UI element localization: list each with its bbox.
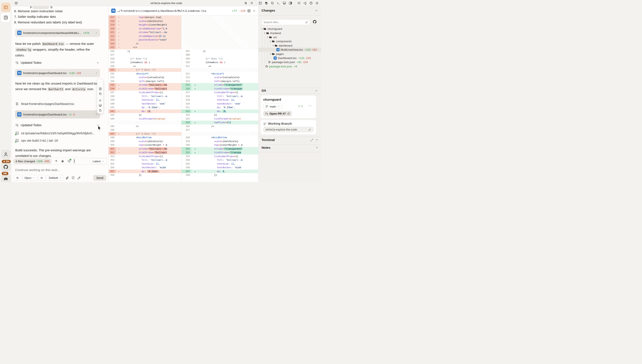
composer-input[interactable] xyxy=(15,168,105,172)
panel-left-icon[interactable] xyxy=(259,1,262,5)
branch-selector[interactable]: main xyxy=(263,104,282,109)
file-change-chip[interactable]: TSfrontend/src/components/dashboard/Mult… xyxy=(15,29,100,37)
caret-right-icon[interactable] xyxy=(316,138,318,141)
diff-marker: - xyxy=(118,87,120,91)
tree-folder-churnguard[interactable]: churnguard xyxy=(259,27,321,31)
terminal-header[interactable]: Terminal xyxy=(262,138,275,142)
code-line: {showAxis && ( xyxy=(116,60,181,64)
zed-icon[interactable] xyxy=(247,9,251,13)
changes-header[interactable]: Changes xyxy=(262,8,275,12)
repo-name: churnguard xyxy=(263,98,281,101)
line-number: 331 xyxy=(181,147,191,151)
diff-row: 318 fill: 'hsl(var(--m xyxy=(181,94,258,98)
updated-todos-row[interactable]: Updated Todos xyxy=(15,124,99,127)
zed-icon[interactable] xyxy=(99,87,102,90)
line-number: 320 xyxy=(181,102,191,106)
working-branch-field[interactable]: vk/4e2a-explore-the-code xyxy=(263,127,313,132)
tree-folder-dashboard[interactable]: dashboard xyxy=(259,44,321,48)
rail-item-workspace-board[interactable] xyxy=(1,13,11,22)
expand-icon[interactable] xyxy=(310,139,313,142)
rail-item-github[interactable] xyxy=(1,162,11,172)
tree-file-MultiLineArea.tsx[interactable]: TSMultiLineArea.tsx+110 -162 xyxy=(259,48,321,52)
open-pr-button[interactable]: Open PR #7 xyxy=(263,111,292,116)
chevrons-up-icon[interactable] xyxy=(250,1,254,5)
code-line xyxy=(116,128,181,132)
tree-file-package-lock.json[interactable]: package-lock.json+61 -104 xyxy=(259,60,321,64)
github-icon[interactable] xyxy=(313,20,317,24)
read-file-row[interactable]: Read frontend/src/pages/Dashboard.tsx xyxy=(15,102,74,106)
code-line: {/* Y Axis */} xyxy=(116,68,181,72)
chevron-down-icon[interactable] xyxy=(315,89,318,92)
cat-icon[interactable] xyxy=(71,176,76,180)
pen-icon[interactable] xyxy=(77,176,81,180)
tree-folder-components[interactable]: components xyxy=(259,39,321,43)
fast-forward-icon[interactable] xyxy=(38,175,46,181)
sliders-icon[interactable] xyxy=(14,175,21,181)
copy-icon[interactable] xyxy=(99,92,102,96)
code-line: tickLabelProps={{ xyxy=(191,90,258,94)
checklist-icon[interactable] xyxy=(67,160,71,163)
gear-icon[interactable] xyxy=(315,1,319,5)
diff-body[interactable]: 317- top={margin.top}318- scale={dateSca… xyxy=(109,16,258,182)
line-number: 347 xyxy=(109,132,116,136)
chevron-down-icon xyxy=(102,160,104,163)
tree-folder-src[interactable]: src xyxy=(259,35,321,39)
pause-icon[interactable] xyxy=(244,1,248,5)
git-compare-icon[interactable] xyxy=(99,108,102,112)
search-input[interactable] xyxy=(263,20,304,24)
file-change-chip[interactable]: TSfrontend/src/pages/Dashboard.tsx+130 -… xyxy=(15,69,100,77)
code-line: dy: 4, xyxy=(191,170,258,174)
send-button[interactable]: Send xyxy=(93,175,106,181)
notes-header[interactable]: Notes xyxy=(262,146,271,150)
git-compare-icon[interactable] xyxy=(271,1,274,5)
latest-dropdown[interactable]: Latest xyxy=(90,158,107,164)
terminal-prompt-icon[interactable] xyxy=(277,1,280,5)
diff-row: 350 top={innerHeight + m xyxy=(109,143,181,147)
pencil-icon[interactable] xyxy=(308,128,311,131)
terminal-command-row[interactable]: cd /private/var/folders/10/h7w0q46556ggr… xyxy=(15,131,95,135)
line-number: 321 xyxy=(181,106,191,110)
play-icon[interactable] xyxy=(99,99,102,102)
monitor-icon[interactable] xyxy=(283,1,286,5)
line-number: 341 xyxy=(109,106,116,110)
caret-right-icon[interactable] xyxy=(316,146,318,149)
mode-dropdown[interactable]: Default xyxy=(47,175,64,181)
rail-item-workspace-layout[interactable] xyxy=(1,2,11,12)
line-number: 326 xyxy=(109,49,116,53)
help-icon[interactable] xyxy=(309,1,313,5)
line-number: 309 xyxy=(181,57,191,61)
line-number: 331 xyxy=(109,68,116,72)
tree-file-package-lock.json[interactable]: package-lock.json+6 xyxy=(259,64,321,68)
diff-row: 333 tickLabelProps={{ xyxy=(181,154,258,158)
tree-label: MultiLineArea.tsx xyxy=(281,48,303,51)
clipped-text-fragment: g xyxy=(51,6,52,8)
code-line: strokeDasharray="2,4 xyxy=(116,27,181,31)
diff-marker: - xyxy=(118,46,120,49)
arrow-up-icon[interactable] xyxy=(55,160,58,163)
ellipsis-icon[interactable] xyxy=(308,104,312,108)
messages-icon[interactable] xyxy=(265,1,268,5)
spinner-icon xyxy=(74,159,75,163)
model-dropdown[interactable]: Opus xyxy=(22,175,37,181)
file-change-chip[interactable]: TSfrontend/src/pages/Dashboard.tsx+1 -5 xyxy=(15,110,100,118)
spark-icon[interactable] xyxy=(61,160,64,163)
git-header[interactable]: Git xyxy=(262,89,266,92)
panel-right-icon[interactable] xyxy=(289,1,292,5)
menu-icon[interactable] xyxy=(297,1,301,5)
rail-item-discord[interactable] xyxy=(1,174,11,182)
monitor-icon[interactable] xyxy=(99,104,102,107)
diff-row: 340 textAnchor: 'end' xyxy=(109,102,181,106)
updated-todos-row[interactable]: Updated Todos xyxy=(15,61,99,64)
chevron-down-icon[interactable] xyxy=(315,9,318,12)
tree-folder-frontend[interactable]: frontend xyxy=(259,31,321,35)
paperclip-icon[interactable] xyxy=(65,176,70,180)
tree-folder-pages[interactable]: pages xyxy=(259,52,321,56)
collapse-icon[interactable] xyxy=(305,21,308,24)
chevron-down-icon[interactable] xyxy=(253,9,256,12)
terminal-command-row[interactable]: npx vite build 2>&1 | tail -20 xyxy=(15,139,58,142)
rail-item-account[interactable] xyxy=(1,150,11,159)
megaphone-icon[interactable] xyxy=(303,1,307,5)
line-number: 315 xyxy=(181,83,191,87)
tree-file-Dashboard.tsx[interactable]: TSDashboard.tsx+131 -233 xyxy=(259,56,321,60)
files-changed-chip[interactable]: 4 files changed +308 -499 xyxy=(13,158,52,164)
